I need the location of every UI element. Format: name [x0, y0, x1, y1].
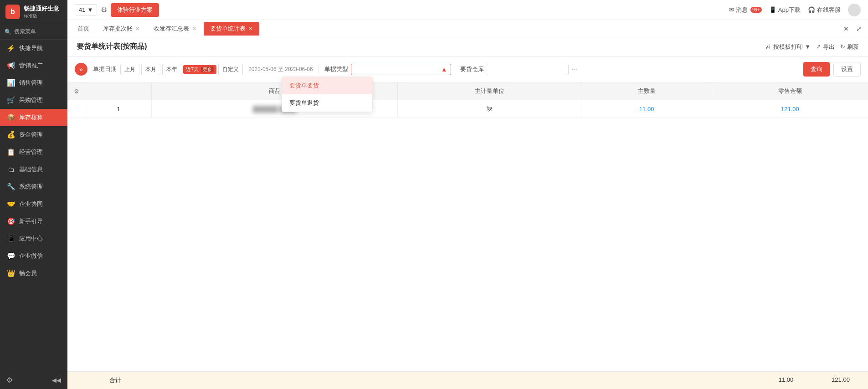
date-btn-this-month[interactable]: 本月: [141, 64, 160, 75]
sidebar-item-finance[interactable]: 💰 资金管理: [0, 126, 67, 143]
sidebar-settings-icon[interactable]: ⚙: [6, 376, 13, 384]
sidebar-item-purchase[interactable]: 🛒 采购管理: [0, 92, 67, 109]
message-icon: ✉: [729, 6, 734, 13]
tab-close-all-button[interactable]: ✕: [841, 23, 852, 34]
service-icon: 🎧: [808, 6, 815, 13]
sidebar-item-members[interactable]: 👑 畅会员: [0, 265, 67, 282]
online-service-button[interactable]: 🎧 在线客服: [808, 6, 841, 14]
tab-order-summary[interactable]: 要货单统计表 ✕: [204, 22, 259, 36]
tab-collect-summary[interactable]: 收发存汇总表 ✕: [147, 22, 203, 36]
sidebar-item-system[interactable]: 🔧 系统管理: [0, 178, 67, 195]
doc-type-arrow-icon[interactable]: ▲: [441, 66, 447, 73]
table-row: 1 ██████ ████ 块 11.00 121.00: [67, 100, 868, 118]
store-dropdown-icon: ▼: [87, 6, 93, 13]
date-btn-custom[interactable]: 自定义: [218, 64, 243, 75]
message-button[interactable]: ✉ 消息 99+: [729, 6, 762, 14]
print-icon: 🖨: [765, 43, 771, 50]
sidebar-item-guide[interactable]: 🎯 新手引导: [0, 213, 67, 230]
tab-home[interactable]: 首页: [71, 22, 96, 36]
topbar: 41 ▼ ⚙ 体验行业方案 ✉ 消息 99+ 📱 App下载 🎧 在线客服: [67, 0, 868, 20]
query-button[interactable]: 查询: [803, 62, 830, 77]
marketing-icon: 📢: [6, 61, 15, 70]
filter-settings-button[interactable]: 设置: [833, 62, 861, 77]
sidebar-collapse-icon[interactable]: ◀◀: [52, 377, 61, 384]
sidebar-footer: ⚙ ◀◀: [0, 371, 67, 389]
footer-amount: 121.00: [832, 376, 850, 383]
app-download-icon: 📱: [769, 6, 776, 13]
cell-unit: 块: [398, 100, 581, 118]
guide-icon: 🎯: [6, 217, 15, 225]
topbar-right: ✉ 消息 99+ 📱 App下载 🎧 在线客服: [729, 4, 861, 16]
tab-collect-summary-close[interactable]: ✕: [192, 26, 196, 32]
purchase-icon: 🛒: [6, 96, 15, 104]
table-settings-icon[interactable]: ⚙: [74, 88, 79, 95]
print-dropdown-icon: ▼: [805, 43, 811, 50]
sidebar-item-operation[interactable]: 📋 经营管理: [0, 143, 67, 161]
tabs-bar: 首页 库存批次账 ✕ 收发存汇总表 ✕ 要货单统计表 ✕ ✕ ⤢: [67, 20, 868, 37]
sidebar-item-inventory[interactable]: 📦 库存核算: [0, 109, 67, 126]
date-buttons: 上月 本月 本年 近7天 更多 自定义: [120, 64, 243, 75]
app-download-button[interactable]: 📱 App下载: [769, 6, 801, 14]
doc-type-input[interactable]: [351, 64, 451, 75]
filter-actions: 查询 设置: [803, 62, 861, 77]
dropdown-item-order-goods[interactable]: 要货单要货: [282, 77, 372, 94]
refresh-button[interactable]: ↻ 刷新: [840, 43, 859, 51]
filter-expand-button[interactable]: »: [75, 63, 87, 76]
sales-icon: 📊: [6, 79, 15, 87]
cell-amount: 121.00: [712, 100, 868, 118]
store-selector[interactable]: 41 ▼: [75, 4, 97, 15]
sidebar-search[interactable]: 🔍 搜索菜单: [0, 24, 67, 40]
inventory-icon: 📦: [6, 113, 15, 122]
print-button[interactable]: 🖨 按模板打印 ▼: [765, 43, 811, 51]
filter-area: » 单据日期 上月 本月 本年 近7天 更多 自定义 2023-05-06 至 …: [67, 56, 868, 82]
footer-label: 合计: [109, 377, 121, 384]
page-title: 要货单统计表(按商品): [77, 42, 147, 56]
table-container: ⚙ 商品 主计量单位 主数量 零售金额: [67, 82, 868, 371]
footer-quantity: 11.00: [779, 376, 794, 383]
operation-icon: 📋: [6, 148, 15, 156]
system-icon: 🔧: [6, 183, 15, 191]
base-info-icon: 🗂: [6, 166, 15, 174]
col-row-num: [86, 82, 151, 100]
main-area: 41 ▼ ⚙ 体验行业方案 ✉ 消息 99+ 📱 App下载 🎧 在线客服: [67, 0, 868, 389]
cell-settings: [67, 100, 86, 118]
date-btn-this-year[interactable]: 本年: [162, 64, 181, 75]
quick-nav-icon: ⚡: [6, 44, 15, 52]
sidebar-item-quick-nav[interactable]: ⚡ 快捷导航: [0, 40, 67, 57]
tab-inventory-batch-close[interactable]: ✕: [135, 26, 140, 32]
dropdown-item-order-return[interactable]: 要货单退货: [282, 94, 372, 112]
topbar-left: 41 ▼ ⚙ 体验行业方案: [75, 3, 724, 17]
tab-inventory-batch[interactable]: 库存批次账 ✕: [97, 22, 146, 36]
page-content: 要货单统计表(按商品) 🖨 按模板打印 ▼ ↗ 导出 ↻ 刷新: [67, 37, 868, 389]
warehouse-label: 要货仓库: [460, 65, 484, 73]
sidebar-item-marketing[interactable]: 📢 营销推广: [0, 57, 67, 74]
tab-expand-button[interactable]: ⤢: [853, 23, 864, 34]
doc-type-select-wrapper: ▲: [351, 64, 451, 75]
col-unit: 主计量单位: [398, 82, 581, 100]
col-settings[interactable]: ⚙: [67, 82, 86, 100]
page-header: 要货单统计表(按商品) 🖨 按模板打印 ▼ ↗ 导出 ↻ 刷新: [67, 37, 868, 56]
user-avatar[interactable]: [848, 4, 861, 16]
sidebar-item-base-info[interactable]: 🗂 基础信息: [0, 161, 67, 178]
date-filter-group: 单据日期 上月 本月 本年 近7天 更多 自定义 2023-05-06 至 20…: [93, 64, 313, 75]
trial-button[interactable]: 体验行业方案: [111, 3, 159, 17]
expand-icon: »: [79, 66, 83, 73]
app-logo-icon: b: [5, 5, 20, 19]
export-button[interactable]: ↗ 导出: [816, 43, 835, 51]
sidebar-item-sales[interactable]: 📊 销售管理: [0, 74, 67, 92]
col-amount: 零售金额: [712, 82, 868, 100]
date-btn-last-7-days[interactable]: 近7天 更多: [183, 65, 216, 74]
topbar-settings-icon[interactable]: ⚙: [101, 5, 107, 14]
sidebar-item-enterprise[interactable]: 🤝 企业协同: [0, 195, 67, 213]
date-btn-last-month[interactable]: 上月: [120, 64, 139, 75]
warehouse-more-icon[interactable]: ···: [571, 65, 577, 73]
sidebar-item-wechat[interactable]: 💬 企业微信: [0, 247, 67, 265]
sidebar-item-app-center[interactable]: 📱 应用中心: [0, 230, 67, 247]
tab-order-summary-close[interactable]: ✕: [248, 26, 253, 32]
date-filter-label: 单据日期: [93, 65, 117, 73]
app-center-icon: 📱: [6, 235, 15, 243]
warehouse-input[interactable]: [487, 64, 569, 75]
filter-divider-1: [318, 65, 319, 74]
finance-icon: 💰: [6, 131, 15, 139]
cell-quantity: 11.00: [581, 100, 712, 118]
